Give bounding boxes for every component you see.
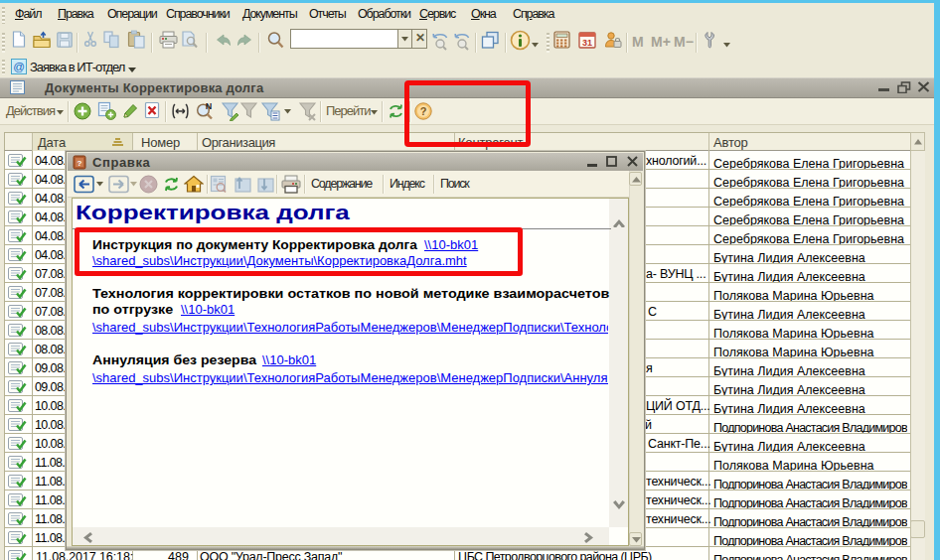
svg-text:@: @	[13, 61, 25, 72]
svg-text:N: N	[206, 101, 213, 111]
svg-text:31: 31	[582, 38, 592, 48]
svg-text:?: ?	[78, 159, 82, 168]
